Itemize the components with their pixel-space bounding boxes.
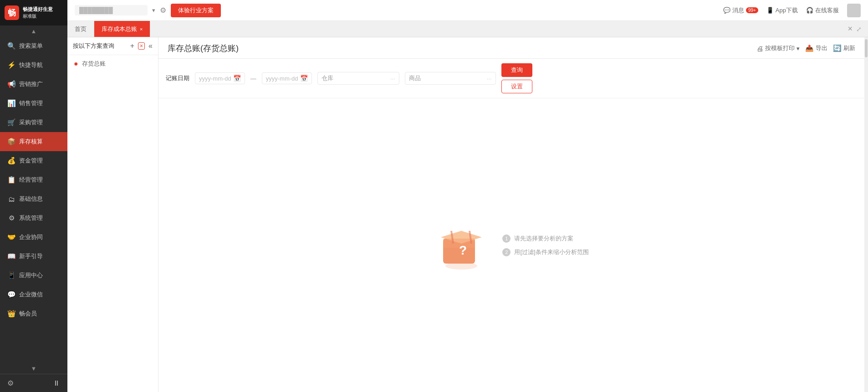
topbar-actions: 💬 消息 99+ 📱 App下载 🎧 在线客服 [723,4,861,17]
cooperation-icon: 🤝 [7,233,15,241]
warehouse-placeholder: 仓库 [322,74,333,82]
panel-close-btn[interactable]: × ⤢ [841,24,868,34]
sidebar-item-marketing[interactable]: 📢 营销推广 [0,75,67,94]
tip-num-2: 2 [502,248,511,256]
message-icon: 💬 [723,7,730,14]
empty-illustration: ? [434,218,489,273]
topbar-gear-icon[interactable]: ⚙ [160,6,166,15]
sidebar-item-vip[interactable]: 👑 畅会员 [0,304,67,323]
logo-icon: 畅 [5,5,19,20]
sidebar-item-wechat[interactable]: 💬 企业微信 [0,285,67,304]
page-title: 库存总账(存货总账) [168,43,239,54]
sidebar-item-finance[interactable]: 💰 资金管理 [0,151,67,170]
svg-text:?: ? [459,243,467,257]
query-label: 记账日期 [166,74,189,82]
query-actions-right: 查询 设置 [501,63,532,93]
search-icon: 🔍 [7,42,15,50]
main-area: ████████ ▾ ⚙ 体验行业方案 💬 消息 99+ 📱 App下载 🎧 在… [67,0,868,392]
scrollbar-handle[interactable] [865,39,868,57]
page-header-actions: 🖨 按模板打印 ▾ 📤 导出 🔄 刷新 [756,44,855,52]
empty-tip-2: 2 用[过滤]条件来缩小分析范围 [502,248,588,256]
industry-btn[interactable]: 体验行业方案 [171,4,221,17]
page-header: 库存总账(存货总账) 🖨 按模板打印 ▾ 📤 导出 🔄 刷新 [158,37,864,59]
content-area: 按以下方案查询 + × « ● 存货总账 库存总账(存货总账) 🖨 [67,37,868,392]
date-from-placeholder: yyyy-mm-dd [199,75,231,82]
warehouse-more-icon[interactable]: ··· [390,75,395,82]
tip-num-1: 1 [502,234,511,243]
query-bar: 记账日期 yyyy-mm-dd 📅 — yyyy-mm-dd 📅 仓库 ··· … [158,59,864,98]
messages-action[interactable]: 💬 消息 99+ [723,6,758,15]
sidebar-menu: 🔍 搜索菜单 ⚡ 快捷导航 📢 营销推广 📊 销售管理 🛒 采购管理 📦 库存核… [0,36,67,363]
export-icon: 📤 [805,44,814,52]
topbar: ████████ ▾ ⚙ 体验行业方案 💬 消息 99+ 📱 App下载 🎧 在… [67,0,868,21]
system-icon: ⚙ [7,214,15,222]
date-to-field[interactable]: yyyy-mm-dd 📅 [262,72,312,84]
refresh-btn[interactable]: 🔄 刷新 [833,44,855,52]
filter-item-inventory-ledger[interactable]: ● 存货总账 [67,55,158,72]
resize-icon: ⤢ [856,25,862,33]
marketing-icon: 📢 [7,80,15,88]
calendar-to-icon[interactable]: 📅 [300,75,308,82]
sidebar-item-appcenter[interactable]: 📱 应用中心 [0,266,67,285]
sidebar-item-cooperation[interactable]: 🤝 企业协同 [0,228,67,247]
topbar-chevron-icon[interactable]: ▾ [152,7,155,14]
filter-delete-btn[interactable]: × [138,42,145,50]
finance-icon: 💰 [7,157,15,165]
logo-name: 畅捷通好生意 [23,6,53,13]
sidebar-item-search[interactable]: 🔍 搜索菜单 [0,36,67,56]
date-to-placeholder: yyyy-mm-dd [266,75,298,82]
export-btn[interactable]: 📤 导出 [805,44,827,52]
online-support-action[interactable]: 🎧 在线客服 [806,6,839,15]
topbar-search-text: ████████ [79,7,113,14]
query-btn[interactable]: 查询 [501,63,532,77]
refresh-icon: 🔄 [833,44,842,52]
sidebar-item-sales[interactable]: 📊 销售管理 [0,94,67,113]
empty-box-svg: ? [434,218,489,273]
sidebar-item-guide[interactable]: 📖 新手引导 [0,247,67,266]
appcenter-icon: 📱 [7,271,15,280]
headset-icon: 🎧 [806,7,813,14]
operation-icon: 📋 [7,176,15,184]
wechat-icon: 💬 [7,290,15,299]
empty-tips: 1 请先选择要分析的方案 2 用[过滤]条件来缩小分析范围 [502,234,588,256]
print-btn[interactable]: 🖨 按模板打印 ▾ [756,44,800,52]
tab-home[interactable]: 首页 [67,21,94,37]
sidebar-item-basic[interactable]: 🗂 基础信息 [0,189,67,209]
sidebar-item-purchase[interactable]: 🛒 采购管理 [0,113,67,132]
settings-btn[interactable]: 设置 [501,80,532,93]
tab-inventory-cost[interactable]: 库存成本总账 × [94,21,150,37]
filter-item-icon: ● [74,60,78,68]
sidebar-item-operation[interactable]: 📋 经营管理 [0,170,67,189]
topbar-search[interactable]: ████████ [75,5,148,15]
phone-icon: 📱 [766,7,774,14]
sidebar-item-system[interactable]: ⚙ 系统管理 [0,209,67,228]
shortcut-icon: ⚡ [7,61,15,69]
goods-select[interactable]: 商品 ··· [405,72,496,85]
sidebar-bottom: ⚙ ⏸ [0,374,67,392]
sidebar-item-shortcut[interactable]: ⚡ 快捷导航 [0,56,67,75]
settings-icon[interactable]: ⚙ [7,379,14,387]
messages-badge: 99+ [746,7,758,13]
right-scrollbar[interactable] [864,37,868,392]
tab-close-icon[interactable]: × [140,26,143,32]
scroll-up-btn[interactable]: ▲ [0,25,67,36]
user-avatar[interactable] [847,4,861,17]
filter-add-btn[interactable]: + [130,42,134,50]
warehouse-select[interactable]: 仓库 ··· [317,72,399,85]
tabs-bar: 首页 库存成本总账 × × ⤢ [67,21,868,37]
scroll-down-btn[interactable]: ▼ [0,363,67,374]
tip-text-1: 请先选择要分析的方案 [514,234,573,243]
date-from-field[interactable]: yyyy-mm-dd 📅 [195,72,245,84]
goods-more-icon[interactable]: ··· [487,75,492,82]
filter-header-actions: + × « [130,42,153,50]
sidebar-item-inventory[interactable]: 📦 库存核算 [0,132,67,151]
empty-tip-1: 1 请先选择要分析的方案 [502,234,588,243]
calendar-from-icon[interactable]: 📅 [233,75,241,82]
sidebar: 畅 畅捷通好生意 标准版 ▲ 🔍 搜索菜单 ⚡ 快捷导航 📢 营销推广 📊 销售… [0,0,67,392]
app-download-action[interactable]: 📱 App下载 [766,6,798,15]
audio-icon[interactable]: ⏸ [53,379,60,387]
filter-header: 按以下方案查询 + × « [67,37,158,55]
sidebar-logo: 畅 畅捷通好生意 标准版 [0,0,67,25]
logo-badge: 标准版 [23,13,53,20]
collapse-btn[interactable]: « [148,42,153,50]
